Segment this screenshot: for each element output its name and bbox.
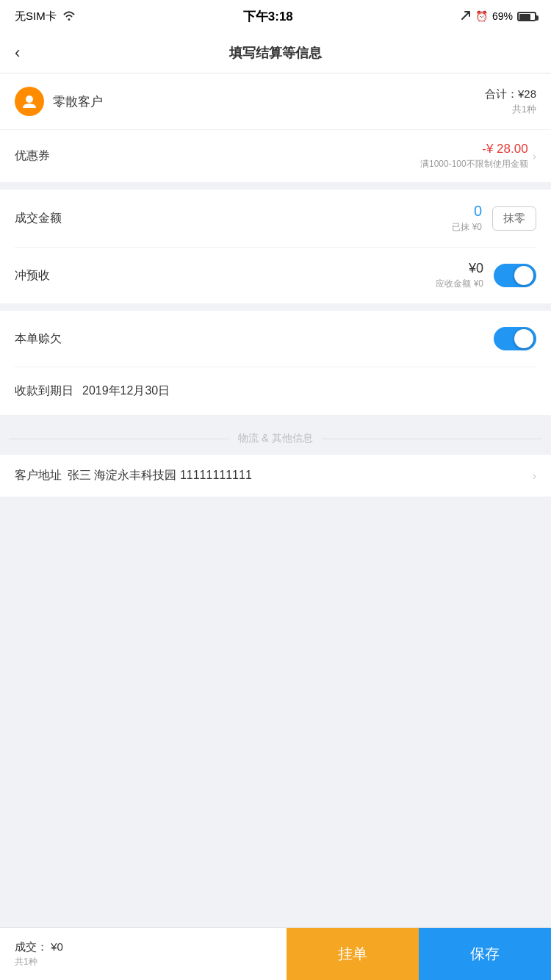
due-date-value[interactable]: 2019年12月30日 — [82, 383, 170, 399]
transaction-label: 成交金额 — [15, 211, 62, 226]
alarm-icon: ⏰ — [475, 10, 488, 22]
bottom-actions: 挂单 保存 — [287, 928, 551, 980]
customer-name: 零散客户 — [53, 93, 103, 110]
logistics-line-right — [322, 439, 542, 439]
status-left: 无SIM卡 — [15, 10, 76, 24]
debt-section: 本单赊欠 收款到期日 2019年12月30日 — [0, 311, 551, 415]
prepay-amount: ¥0 — [436, 261, 483, 276]
customer-avatar — [15, 87, 44, 116]
section-divider-1 — [0, 303, 551, 311]
status-time: 下午3:18 — [243, 8, 293, 25]
empty-area — [0, 497, 551, 659]
wifi-icon — [62, 10, 76, 23]
battery-percent: 69% — [492, 10, 513, 22]
coupon-discount: -¥ 28.00 — [420, 142, 528, 156]
location-icon — [461, 10, 471, 23]
sim-text: 无SIM卡 — [15, 10, 57, 24]
status-bar: 无SIM卡 下午3:18 ⏰ 69% — [0, 0, 551, 32]
coupon-row[interactable]: 优惠券 -¥ 28.00 满1000-100不限制使用金额 › — [0, 129, 551, 182]
save-button[interactable]: 保存 — [419, 928, 551, 980]
address-row[interactable]: 客户地址 张三 海淀永丰科技园 11111111111 › — [0, 455, 551, 497]
customer-row: 零散客户 合计：¥28 共1种 — [0, 73, 551, 129]
bottom-deal-label: 成交： — [15, 940, 48, 953]
status-right: ⏰ 69% — [461, 10, 536, 23]
coupon-right: -¥ 28.00 满1000-100不限制使用金额 › — [420, 142, 536, 170]
bottom-deal-text: 成交： ¥0 — [15, 940, 272, 954]
coupon-label: 优惠券 — [15, 148, 50, 164]
bottom-bar: 成交： ¥0 共1种 挂单 保存 — [0, 927, 551, 980]
transaction-right: 0 已抹 ¥0 抹零 — [452, 203, 536, 234]
customer-count: 共1种 — [485, 103, 536, 116]
debt-label: 本单赊欠 — [15, 331, 62, 347]
bottom-info: 成交： ¥0 共1种 — [0, 940, 287, 968]
transaction-value[interactable]: 0 — [452, 203, 482, 220]
bottom-deal-amount: ¥0 — [51, 940, 63, 953]
battery-icon — [517, 12, 536, 21]
address-section: 客户地址 张三 海淀永丰科技园 11111111111 › — [0, 455, 551, 497]
toggle-thumb — [514, 266, 533, 285]
prepay-row: 冲预收 ¥0 应收金额 ¥0 — [15, 248, 536, 303]
chevron-right-icon: › — [533, 150, 536, 163]
nav-bar: ‹ 填写结算等信息 — [0, 32, 551, 73]
customer-left: 零散客户 — [15, 87, 103, 116]
bottom-spacer — [0, 659, 551, 718]
svg-point-0 — [26, 96, 33, 103]
prepay-right: ¥0 应收金额 ¥0 — [436, 261, 536, 290]
prepay-toggle[interactable] — [494, 264, 536, 287]
transaction-amount-col: 0 已抹 ¥0 — [452, 203, 482, 234]
customer-card: 零散客户 合计：¥28 共1种 优惠券 -¥ 28.00 满1000-100不限… — [0, 73, 551, 182]
customer-total-area: 合计：¥28 共1种 — [485, 87, 536, 116]
debt-toggle[interactable] — [494, 327, 536, 350]
address-value: 张三 海淀永丰科技园 11111111111 — [68, 468, 533, 483]
due-date-row: 收款到期日 2019年12月30日 — [15, 367, 536, 415]
coupon-amount: -¥ 28.00 满1000-100不限制使用金额 — [420, 142, 528, 170]
round-off-button[interactable]: 抹零 — [492, 206, 536, 231]
prepay-sub: 应收金额 ¥0 — [436, 278, 483, 290]
transaction-sub: 已抹 ¥0 — [452, 221, 482, 234]
address-chevron-icon: › — [533, 469, 536, 483]
debt-row: 本单赊欠 — [15, 311, 536, 367]
transaction-row: 成交金额 0 已抹 ¥0 抹零 — [15, 190, 536, 248]
prepay-label: 冲预收 — [15, 268, 50, 284]
content: 零散客户 合计：¥28 共1种 优惠券 -¥ 28.00 满1000-100不限… — [0, 73, 551, 718]
prepay-amount-col: ¥0 应收金额 ¥0 — [436, 261, 483, 290]
due-date-label: 收款到期日 — [15, 383, 73, 399]
bottom-count: 共1种 — [15, 956, 272, 968]
coupon-description: 满1000-100不限制使用金额 — [420, 158, 528, 170]
back-button[interactable]: ‹ — [15, 43, 20, 62]
logistics-label: 物流 & 其他信息 — [238, 432, 312, 445]
customer-total: 合计：¥28 — [485, 87, 536, 101]
address-label: 客户地址 — [15, 468, 68, 483]
hang-button[interactable]: 挂单 — [287, 928, 419, 980]
debt-toggle-thumb — [514, 329, 533, 348]
page-title: 填写结算等信息 — [229, 44, 322, 62]
transaction-section: 成交金额 0 已抹 ¥0 抹零 冲预收 ¥0 应收金额 ¥0 — [0, 190, 551, 303]
logistics-line-left — [9, 439, 229, 439]
logistics-divider: 物流 & 其他信息 — [0, 422, 551, 455]
